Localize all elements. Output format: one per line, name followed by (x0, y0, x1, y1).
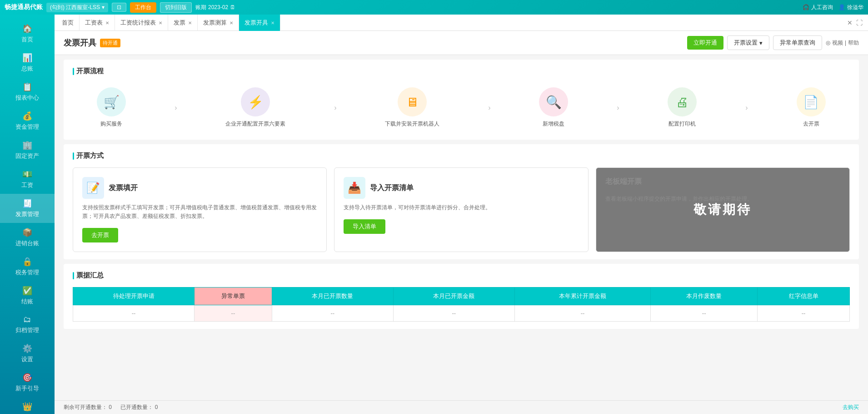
open-settings-button[interactable]: 开票设置 ▾ (727, 35, 769, 50)
process-section: 开票流程 🛒 购买服务 › ⚡ 企业开通配置开票六要素 › 🖥 下载并安装开票机… (64, 60, 859, 140)
ledger-icon: 📊 (22, 53, 32, 63)
workbench-button[interactable]: 工作台 (130, 2, 156, 13)
page-content: 发票开具 待开通 立即开通 开票设置 ▾ 异常单票查询 ◎ 视频 | 帮助 (55, 31, 868, 400)
page-footer: 剩余可开通数量： 0 已开通数量： 0 去购买 (55, 400, 868, 414)
method-card-import: 📥 导入开票清单 支持导入待开票清单，可对待开票清单进行拆分、合并处理。 导入清… (334, 167, 588, 252)
copy-button[interactable]: ⊡ (112, 3, 126, 12)
step-label-download: 下载并安装开票机器人 (385, 120, 439, 128)
tab-invoice[interactable]: 发票 ✕ (168, 15, 198, 31)
step-icon-download: 🖥 (398, 87, 427, 116)
step-buy-service: 🛒 购买服务 (97, 87, 126, 128)
opened-value: 0 (155, 404, 158, 410)
method-card-manual: 📝 发票填开 支持按照发票样式手工填写开发票；可开具增值税电子普通发票、增值税普… (73, 167, 327, 252)
sidebar-item-funds[interactable]: 💰 资金管理 (0, 106, 55, 136)
switch-old-button[interactable]: 切到旧版 (160, 2, 192, 13)
sidebar-item-tax[interactable]: 🔒 税务管理 (0, 252, 55, 281)
sidebar-item-label: 归档管理 (15, 326, 39, 334)
val-month-amount: -- (393, 305, 514, 322)
circle-icon: ◎ (826, 40, 830, 46)
tab-close-icon[interactable]: ✕ (229, 20, 233, 25)
user-menu[interactable]: 👤 徐溢华 (838, 4, 863, 11)
assets-icon: 🏢 (22, 140, 32, 150)
tab-maximize-button[interactable]: ⛶ (856, 19, 863, 26)
val-red-note: -- (758, 305, 850, 322)
sidebar-item-label: 进销台账 (15, 239, 39, 247)
chevron-down-icon: ▾ (759, 40, 763, 46)
tax-icon: 🔒 (22, 257, 32, 267)
tab-close-all-button[interactable]: ✕ (847, 19, 853, 26)
col-month-amount: 本月已开票金额 (393, 288, 514, 305)
step-download: 🖥 下载并安装开票机器人 (385, 87, 439, 128)
sidebar-item-invoice[interactable]: 🧾 发票管理 (0, 194, 55, 223)
page-title-area: 发票开具 待开通 (64, 37, 120, 48)
sidebar-item-ledger[interactable]: 📊 总账 (0, 48, 55, 77)
method-icon-manual: 📝 (82, 177, 104, 199)
open-now-button[interactable]: 立即开通 (687, 36, 723, 50)
member-icon: 👑 (22, 402, 32, 412)
tab-payroll[interactable]: 工资表 ✕ (80, 15, 115, 31)
col-red-note: 红字信息单 (758, 288, 850, 305)
abnormal-query-button[interactable]: 异常单票查询 (773, 35, 822, 50)
tab-home[interactable]: 首页 (56, 15, 80, 31)
consult-btn[interactable]: 🎧 人工咨询 (803, 4, 833, 11)
sidebar-item-reports[interactable]: 📋 报表中心 (0, 77, 55, 106)
tab-invoice-issue[interactable]: 发票开具 ✕ (239, 15, 280, 31)
col-abnormal: 异常单票 (195, 288, 272, 305)
step-configure: ⚡ 企业开通配置开票六要素 (225, 87, 285, 128)
main-layout: 🏠 首页 📊 总账 📋 报表中心 💰 资金管理 🏢 固定资产 💵 工资 🧾 发票… (0, 15, 868, 414)
sidebar-item-label: 工资 (21, 181, 33, 189)
ticket-methods: 📝 发票填开 支持按照发票样式手工填写开发票；可开具增值税电子普通发票、增值税普… (73, 167, 850, 252)
sidebar-item-label: 税务管理 (15, 268, 39, 277)
step-icon-add-tax: 🔍 (539, 87, 568, 116)
process-section-title: 开票流程 (73, 67, 850, 76)
tab-bar: 首页 工资表 ✕ 工资统计报表 ✕ 发票 ✕ 发票测算 ✕ 发票开具 ✕ (55, 15, 868, 31)
tab-close-icon[interactable]: ✕ (159, 20, 162, 25)
process-steps: 🛒 购买服务 › ⚡ 企业开通配置开票六要素 › 🖥 下载并安装开票机器人 › (73, 83, 850, 132)
help-label[interactable]: 帮助 (848, 39, 859, 47)
sidebar-item-assets[interactable]: 🏢 固定资产 (0, 136, 55, 165)
sidebar-item-payroll[interactable]: 💵 工资 (0, 165, 55, 194)
sidebar-item-label: 结账 (21, 298, 33, 306)
app-logo: 畅捷通易代账 (5, 3, 43, 11)
status-badge: 待开通 (100, 39, 120, 47)
sidebar-item-archive[interactable]: 🗂 归档管理 (0, 310, 55, 339)
method-header-manual: 📝 发票填开 (82, 177, 317, 199)
sidebar-item-label: 首页 (21, 35, 33, 44)
step-icon-issue: 📄 (797, 87, 826, 116)
summary-section: 票据汇总 待处理开票申请 异常单票 本月已开票数量 本月已开票金额 本年累计开票… (64, 264, 859, 329)
sidebar-item-member[interactable]: 👑 畅会员 (0, 397, 55, 414)
tab-close-icon[interactable]: ✕ (105, 20, 109, 25)
methods-section: 开票方式 📝 发票填开 支持按照发票样式手工填写开发票；可开具增值税电子普通发票… (64, 144, 859, 259)
methods-section-title: 开票方式 (73, 151, 850, 160)
val-abnormal: -- (195, 305, 272, 322)
home-icon: 🏠 (22, 24, 32, 34)
sidebar-item-label: 固定资产 (15, 152, 39, 160)
sidebar-item-close[interactable]: ✅ 结账 (0, 281, 55, 310)
video-help-label[interactable]: 视频 (832, 39, 843, 47)
sidebar-item-settings[interactable]: ⚙️ 设置 (0, 339, 55, 368)
page-title: 发票开具 (64, 37, 96, 48)
go-buy-link[interactable]: 去购买 (843, 404, 859, 411)
step-label-buy: 购买服务 (100, 120, 122, 128)
sidebar-item-guide[interactable]: 🎯 新手引导 (0, 368, 55, 397)
tab-close-icon[interactable]: ✕ (188, 20, 192, 25)
method-btn-manual[interactable]: 去开票 (82, 228, 118, 242)
tab-invoice-calc[interactable]: 发票测算 ✕ (198, 15, 239, 31)
sidebar-item-purchase[interactable]: 📦 进销台账 (0, 223, 55, 252)
top-bar-right: 🎧 人工咨询 👤 徐溢华 (803, 4, 863, 11)
period-display: 账期 2023-02 🗓 (195, 4, 235, 11)
settings-icon: ⚙️ (22, 343, 32, 353)
sidebar-item-home[interactable]: 🏠 首页 (0, 19, 55, 48)
coming-soon-overlay: 敬请期待 (596, 168, 849, 252)
step-arrow-2: › (334, 104, 336, 112)
step-add-tax: 🔍 新增税盘 (539, 87, 568, 128)
sidebar-item-label: 设置 (21, 355, 33, 364)
method-btn-import[interactable]: 导入清单 (344, 219, 385, 234)
method-desc-import: 支持导入待开票清单，可对待开票清单进行拆分、合并处理。 (344, 203, 579, 212)
company-selector[interactable]: (勾到) 江西服室-LSS ▾ (46, 3, 108, 12)
val-pending: -- (73, 305, 195, 322)
tab-payroll-report[interactable]: 工资统计报表 ✕ (115, 15, 168, 31)
val-void-count: -- (651, 305, 758, 322)
tab-close-icon[interactable]: ✕ (271, 20, 274, 25)
archive-icon: 🗂 (23, 315, 31, 324)
